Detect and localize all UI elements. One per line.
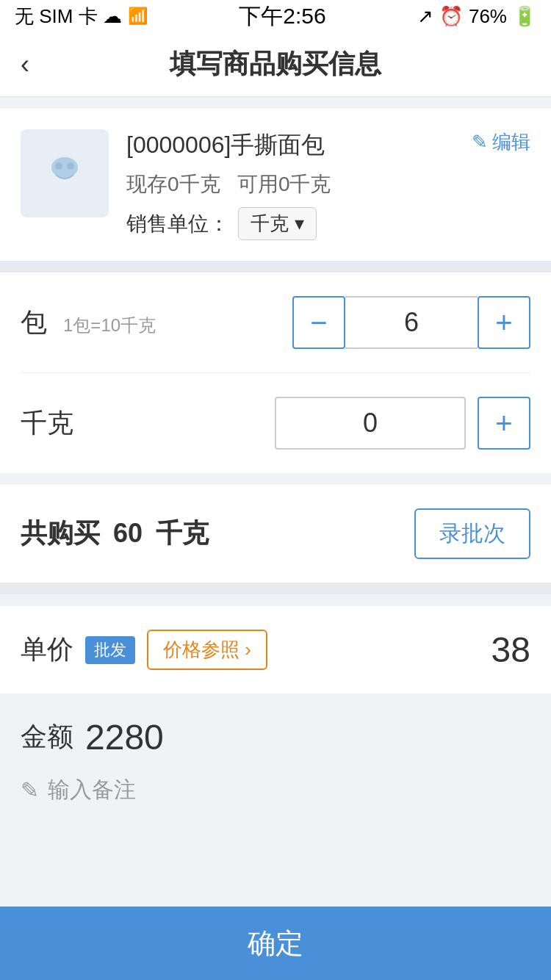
amount-value: 2280 [85,717,164,757]
status-bar: 无 SIM 卡 ☁ 📶 下午2:56 ↗ ⏰ 76% 🔋 [0,0,551,32]
product-image [21,129,109,217]
remark-row[interactable]: ✎ 输入备注 [21,775,530,805]
amount-label: 金额 [21,719,73,755]
batch-button[interactable]: 录批次 [414,508,530,559]
price-section: 单价 批发 价格参照 › 38 [0,606,551,693]
edit-icon: ✎ [472,131,488,154]
package-sublabel: 1包=10千克 [63,315,156,335]
nav-bar: ‹ 填写商品购买信息 [0,32,551,97]
product-card: [0000006]手撕面包 现存0千克 可用0千克 销售单位： 千克 ▾ ✎ 编… [0,109,551,261]
chevron-down-icon: ▾ [295,212,304,235]
battery-icon: 🔋 [513,5,536,28]
remark-placeholder: 输入备注 [48,775,136,805]
back-button[interactable]: ‹ [21,49,29,80]
sim-label: 无 SIM 卡 ☁ [15,4,122,29]
product-stock: 现存0千克 可用0千克 [126,170,530,198]
amount-section: 金额 2280 ✎ 输入备注 [0,693,551,817]
summary-text: 共购买 60 千克 [21,516,209,552]
status-left: 无 SIM 卡 ☁ 📶 [15,4,148,29]
price-reference-button[interactable]: 价格参照 › [147,630,267,670]
status-time: 下午2:56 [239,1,325,32]
summary-section: 共购买 60 千克 录批次 [0,485,551,583]
alarm-icon: ⏰ [439,5,463,28]
package-stepper: − + [292,296,530,349]
divider-2 [0,583,551,594]
kg-input[interactable] [275,397,466,450]
unit-select[interactable]: 千克 ▾ [238,207,317,240]
price-row: 单价 批发 价格参照 › 38 [21,630,530,670]
kg-increment-button[interactable]: + [478,397,530,450]
package-input[interactable] [345,296,478,349]
svg-point-2 [67,162,74,170]
kg-stepper: + [275,397,530,450]
package-label: 包 1包=10千克 [21,305,292,341]
input-section: 包 1包=10千克 − + 千克 + [0,273,551,473]
price-value: 38 [491,630,530,670]
price-label: 单价 批发 价格参照 › [21,630,267,670]
product-unit-row: 销售单位： 千克 ▾ [126,207,530,240]
remark-icon: ✎ [21,777,39,803]
package-increment-button[interactable]: + [478,296,530,349]
svg-point-1 [55,162,62,170]
amount-row: 金额 2280 [21,717,530,757]
edit-button[interactable]: ✎ 编辑 [472,129,530,155]
wifi-icon: 📶 [128,7,148,26]
product-logo-icon [43,151,87,195]
confirm-button[interactable]: 确定 [248,925,303,962]
status-right: ↗ ⏰ 76% 🔋 [417,5,536,28]
battery-label: 76% [469,5,507,28]
product-name: [0000006]手撕面包 [126,129,530,162]
price-tag: 批发 [85,636,135,664]
product-info: [0000006]手撕面包 现存0千克 可用0千克 销售单位： 千克 ▾ [126,129,530,240]
kg-input-row: 千克 + [21,373,530,473]
footer[interactable]: 确定 [0,907,551,980]
package-decrement-button[interactable]: − [292,296,345,349]
divider-1 [0,261,551,273]
kg-label: 千克 [21,406,275,442]
package-input-row: 包 1包=10千克 − + [21,273,530,373]
svg-point-0 [51,157,78,178]
page-title: 填写商品购买信息 [170,46,381,82]
location-icon: ↗ [417,5,433,28]
